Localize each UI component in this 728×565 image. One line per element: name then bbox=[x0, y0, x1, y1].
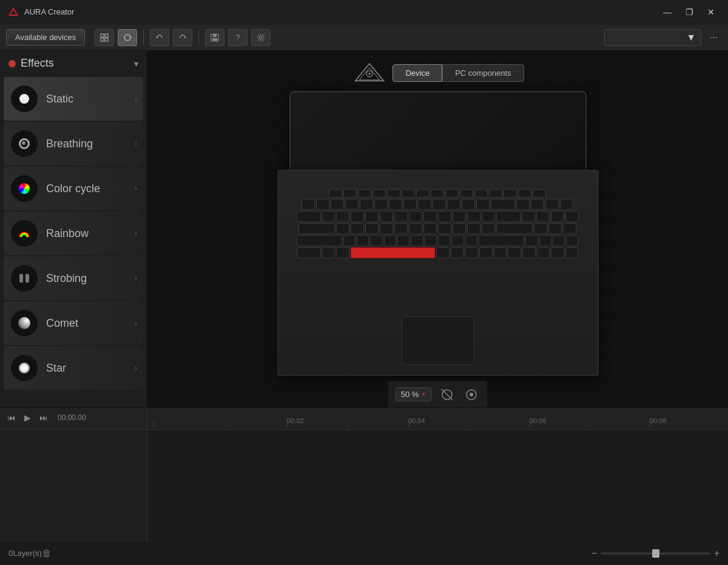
key-k bbox=[438, 223, 451, 234]
effect-item-breathing[interactable]: Breathing › bbox=[4, 122, 143, 165]
key-fn bbox=[451, 247, 464, 258]
effect-icon-strobing bbox=[11, 265, 38, 292]
zoom-in-button[interactable]: + bbox=[714, 548, 720, 559]
svg-point-12 bbox=[260, 36, 263, 39]
redo-button[interactable] bbox=[173, 29, 192, 46]
zoom-bar: 50 % ▼ bbox=[388, 381, 488, 407]
strobing-icon bbox=[18, 272, 30, 284]
svg-marker-15 bbox=[356, 64, 384, 81]
key-f1 bbox=[343, 189, 357, 198]
key-semi bbox=[467, 223, 480, 234]
close-button[interactable]: ✕ bbox=[701, 4, 721, 21]
undo-button[interactable] bbox=[150, 29, 169, 46]
profile-dropdown[interactable]: ▼ bbox=[604, 29, 701, 46]
grid-toggle-button[interactable] bbox=[95, 29, 114, 46]
svg-point-22 bbox=[470, 393, 473, 396]
zoom-out-button[interactable]: − bbox=[592, 548, 597, 559]
save-icon bbox=[211, 33, 219, 42]
zoom-fit-button[interactable] bbox=[463, 386, 480, 403]
zoom-reset-icon bbox=[441, 389, 453, 401]
timeline-zoom-slider[interactable] bbox=[601, 552, 710, 555]
key-row-zxcv bbox=[297, 235, 579, 246]
effect-item-static[interactable]: Static › bbox=[4, 77, 143, 121]
key-del bbox=[518, 189, 531, 198]
effect-item-star[interactable]: Star › bbox=[4, 346, 143, 390]
ruler-mark-04: 00:04 bbox=[408, 417, 425, 424]
effects-title: Effects bbox=[21, 57, 129, 70]
key-down bbox=[508, 247, 521, 258]
separator2 bbox=[198, 30, 199, 45]
skip-end-button[interactable]: ⏭ bbox=[37, 412, 50, 424]
key-backslash bbox=[496, 211, 521, 222]
key-numlock bbox=[516, 199, 530, 210]
laptop-container bbox=[277, 91, 599, 381]
chevron-down-icon[interactable]: ▾ bbox=[134, 59, 138, 69]
comet-orb-icon bbox=[18, 317, 30, 329]
key-numenter bbox=[565, 247, 579, 258]
key-f9 bbox=[460, 189, 473, 198]
chevron-right-icon4: › bbox=[135, 229, 137, 238]
effect-item-rainbow[interactable]: Rainbow › bbox=[4, 212, 143, 255]
zoom-slider-handle[interactable] bbox=[652, 549, 659, 558]
more-options-button[interactable]: ··· bbox=[705, 29, 722, 46]
save-button[interactable] bbox=[205, 29, 224, 46]
more-icon: ··· bbox=[709, 32, 717, 43]
content-area: Device PC components bbox=[147, 51, 728, 407]
zoom-dropdown-arrow-icon: ▼ bbox=[421, 392, 426, 397]
zoom-dropdown[interactable]: 50 % ▼ bbox=[396, 387, 432, 401]
key-9 bbox=[433, 199, 446, 210]
chevron-right-icon7: › bbox=[135, 364, 137, 372]
play-button[interactable]: ▶ bbox=[22, 412, 33, 424]
tab-pc-components[interactable]: PC components bbox=[442, 64, 524, 82]
key-num0 bbox=[537, 247, 550, 258]
key-num8 bbox=[536, 211, 550, 222]
effect-label-comet: Comet bbox=[46, 317, 78, 330]
available-devices-button[interactable]: Available devices bbox=[6, 29, 85, 45]
chevron-right-icon2: › bbox=[135, 139, 137, 148]
effect-icon-comet bbox=[11, 310, 38, 336]
help-button[interactable]: ? bbox=[228, 29, 248, 46]
effect-icon-star bbox=[11, 355, 38, 381]
key-p bbox=[453, 211, 466, 222]
settings-button[interactable] bbox=[251, 29, 271, 46]
key-y bbox=[394, 211, 408, 222]
effect-label-strobing: Strobing bbox=[46, 272, 87, 285]
minimize-button[interactable]: — bbox=[658, 4, 677, 21]
maximize-button[interactable]: ❐ bbox=[679, 4, 699, 21]
effect-item-colorcycle[interactable]: Color cycle › bbox=[4, 167, 143, 210]
key-up bbox=[525, 235, 538, 246]
sync-button[interactable] bbox=[118, 29, 137, 46]
key-l bbox=[453, 223, 466, 234]
gear-icon bbox=[257, 33, 265, 42]
effect-icon-breathing bbox=[11, 130, 38, 157]
key-n bbox=[411, 235, 423, 246]
key-num4 bbox=[534, 223, 547, 234]
svg-rect-2 bbox=[101, 34, 104, 37]
key-f2 bbox=[358, 189, 371, 198]
timeline-controls: ⏮ ▶ ⏭ 00:00.00 bbox=[0, 408, 147, 427]
key-2 bbox=[331, 199, 344, 210]
effect-item-comet[interactable]: Comet › bbox=[4, 301, 143, 345]
key-m bbox=[425, 235, 437, 246]
ruler-mark-02: 00:02 bbox=[287, 417, 304, 424]
svg-rect-4 bbox=[101, 38, 104, 41]
key-quote bbox=[482, 223, 495, 234]
key-f bbox=[380, 223, 393, 234]
rog-logo bbox=[351, 61, 388, 85]
effect-label-colorcycle: Color cycle bbox=[46, 182, 100, 195]
key-menu bbox=[465, 247, 478, 258]
skip-start-button[interactable]: ⏮ bbox=[5, 412, 18, 424]
key-num3 bbox=[566, 235, 578, 246]
delete-layer-button[interactable]: 🗑 bbox=[42, 548, 52, 559]
key-d bbox=[365, 223, 379, 234]
key-row-qwerty bbox=[297, 211, 579, 222]
key-enter bbox=[496, 223, 533, 234]
zoom-reset-button[interactable] bbox=[439, 386, 456, 403]
key-tab bbox=[297, 211, 321, 222]
key-row-fn bbox=[297, 189, 579, 198]
key-num6 bbox=[563, 223, 576, 234]
effect-item-strobing[interactable]: Strobing › bbox=[4, 256, 143, 300]
key-f4 bbox=[387, 189, 400, 198]
timeline-main bbox=[147, 430, 728, 541]
tab-device[interactable]: Device bbox=[393, 64, 442, 82]
